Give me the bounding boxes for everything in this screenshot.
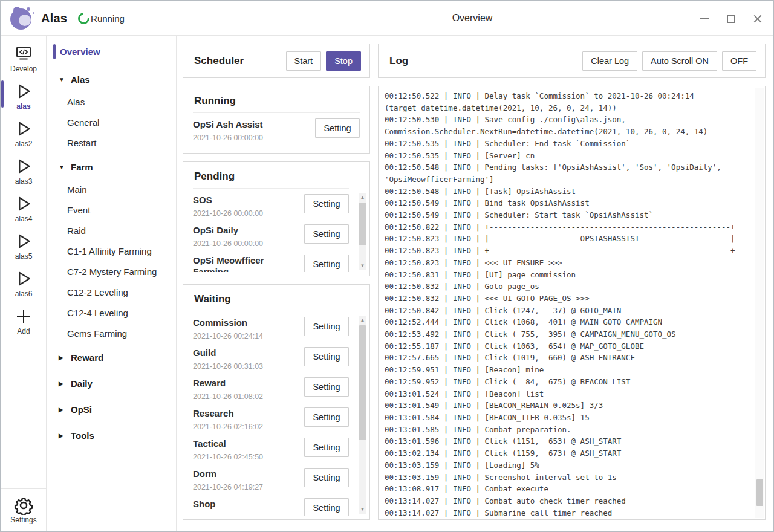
nav-item-main[interactable]: Main [47,180,176,200]
setting-button[interactable]: Setting [304,377,349,397]
rail-item-develop[interactable]: Develop [1,40,46,77]
maximize-button[interactable] [722,10,740,28]
task-name: Reward [193,377,299,389]
rail-item-label: alas6 [15,290,33,298]
maximize-icon [727,15,735,23]
task-time: 2021-10-26 00:00:00 [193,239,299,248]
setting-button[interactable]: Setting [304,317,349,336]
page-title: Overview [177,13,768,24]
card-scrollbar[interactable]: ▲▼ [359,316,366,514]
scroll-up-icon[interactable]: ▲ [359,316,366,325]
nav-section-farm[interactable]: ▼Farm [47,155,176,180]
log-line: 00:12:52.444 | INFO | Click (1068, 401) … [385,316,746,328]
scrollbar-thumb[interactable] [359,203,366,245]
task-name: Research [193,407,299,419]
task-info: Guild2021-10-26 00:31:03 [193,347,304,371]
rail-item-label: alas4 [15,215,33,223]
setting-button[interactable]: Setting [304,347,349,366]
rail-item-alas[interactable]: alas [1,77,46,115]
nav-section-alas[interactable]: ▼Alas [47,67,176,92]
log-viewer[interactable]: 00:12:50.522 | INFO | Delay task `Commis… [378,86,766,520]
log-scrollbar[interactable] [755,88,764,518]
rail-item-settings[interactable]: Settings [1,488,46,531]
scrollbar-thumb[interactable] [756,479,763,506]
setting-button[interactable]: Setting [304,224,349,244]
scheduler-panel: Scheduler Start Stop [183,44,370,78]
task-info: SOS2021-10-26 00:00:00 [193,194,304,218]
scroll-up-icon[interactable] [755,88,764,96]
chevron-down-icon: ▼ [59,164,65,170]
nav-item-alas[interactable]: Alas [47,92,176,112]
scroll-down-icon[interactable]: ▼ [359,262,366,270]
rail-item-alas5[interactable]: alas5 [1,227,46,265]
nav-item-raid[interactable]: Raid [47,221,176,241]
task-time: 2021-10-26 00:00:00 [193,134,310,142]
rail-item-alas3[interactable]: alas3 [1,152,46,190]
nav-item-restart[interactable]: Restart [47,133,176,154]
scrollbar-thumb[interactable] [359,325,366,440]
task-time: 2021-10-26 02:16:02 [193,423,299,431]
setting-button[interactable]: Setting [304,194,349,213]
start-button[interactable]: Start [286,51,322,71]
rail-item-alas6[interactable]: alas6 [1,265,46,302]
nav-section-daily[interactable]: ▶Daily [47,371,176,396]
instance-rail: Develop alasalas2alas3alas4alas5alas6 Ad… [1,36,47,531]
log-line: 00:13:03.159 | INFO | [Loading] 5% [385,459,746,472]
nav-item-general[interactable]: General [47,112,176,133]
nav-section-reward[interactable]: ▶Reward [47,345,176,370]
nav-item-overview[interactable]: Overview [47,42,176,61]
card-title: Pending [193,169,349,189]
rail-item-label: alas2 [15,140,33,148]
auto-scroll-on-button[interactable]: Auto Scroll ON [642,51,717,71]
task-row: Reward2021-10-26 01:08:02Setting [193,372,349,402]
nav-section-label: Farm [71,162,93,172]
task-name: OpSi Ash Assist [193,118,310,130]
scroll-up-icon[interactable]: ▲ [359,193,366,202]
task-row: ShopSetting [193,493,349,516]
clear-log-button[interactable]: Clear Log [582,51,637,71]
scroll-down-icon[interactable] [755,510,764,518]
nav-item-gems-farming[interactable]: Gems Farming [47,323,176,344]
log-line: 00:12:53.492 | INFO | Click ( 755, 395) … [385,328,746,340]
rail-item-alas4[interactable]: alas4 [1,190,46,227]
nav-section-tools[interactable]: ▶Tools [47,423,176,448]
task-row: OpSi Daily2021-10-26 00:00:00Setting [193,219,349,249]
task-row: Tactical2021-10-26 02:45:50Setting [193,432,349,462]
nav-item-c12-2-leveling[interactable]: C12-2 Leveling [47,282,176,303]
log-line: 00:12:50.823 | INFO | | OPSIASHASSIST | [385,233,746,245]
scroll-down-icon[interactable]: ▼ [359,505,366,514]
scheduler-column-cards: RunningOpSi Ash Assist2021-10-26 00:00:0… [183,86,370,520]
rail-item-label: Add [17,327,30,336]
setting-button[interactable]: Setting [315,118,360,138]
nav-item-c7-2-mystery-farming[interactable]: C7-2 Mystery Farming [47,262,176,282]
auto-scroll-off-button[interactable]: OFF [722,51,756,71]
setting-button[interactable]: Setting [304,407,349,427]
card-title: Running [193,94,360,113]
rail-item-alas2[interactable]: alas2 [1,115,46,152]
setting-button[interactable]: Setting [304,498,349,516]
log-line: 00:13:01.596 | INFO | Click (1151, 653) … [385,435,746,447]
brand: Alas Running [1,5,125,31]
setting-button[interactable]: Setting [304,438,349,457]
log-line: 00:13:14.027 | INFO | Submarine call tim… [385,507,746,519]
status-label: Running [91,13,125,24]
chevron-right-icon: ▶ [59,406,65,413]
rail-item-add[interactable]: Add [1,302,46,340]
stop-button[interactable]: Stop [326,51,361,71]
nav-item-c1-1-affinity-farming[interactable]: C1-1 Affinity Farming [47,241,176,262]
nav-section-opsi[interactable]: ▶OpSi [47,397,176,422]
setting-button[interactable]: Setting [304,255,349,272]
setting-button[interactable]: Setting [304,468,349,487]
task-name: SOS [193,194,299,206]
nav-item-c12-4-leveling[interactable]: C12-4 Leveling [47,303,176,323]
task-name: Shop [193,498,299,510]
close-button[interactable] [749,10,767,28]
play-icon [14,268,33,289]
task-row: OpSi Meowfficer FarmingSetting [193,249,349,272]
log-line: 00:12:50.823 | INFO | <<< UI ENSURE >>> [385,257,746,269]
log-line: 00:13:01.585 | INFO | Combat preparation… [385,424,746,436]
card-scrollbar[interactable]: ▲▼ [359,193,366,270]
nav-item-event[interactable]: Event [47,200,176,221]
task-time: 2021-10-26 02:45:50 [193,453,299,461]
minimize-button[interactable] [695,10,714,28]
